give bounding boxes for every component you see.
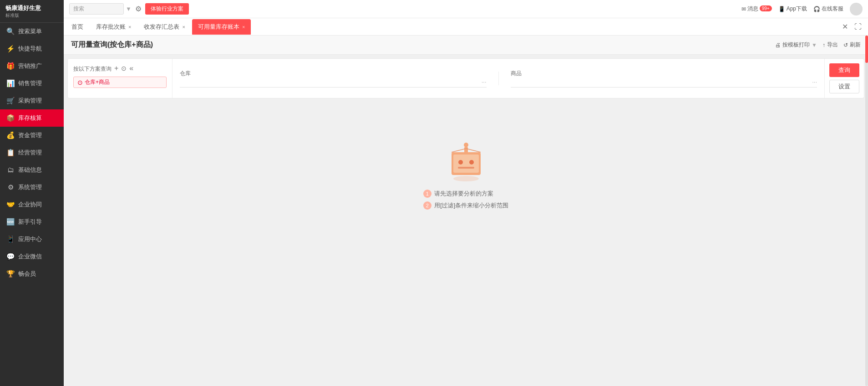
message-label: 消息 [747, 5, 758, 13]
tab-summary-close[interactable]: × [182, 24, 185, 30]
tab-bar: 首页 库存批次账 × 收发存汇总表 × 可用量库存账本 × ✕ ⛶ [64, 18, 868, 36]
tab-batch[interactable]: 库存批次账 × [90, 19, 137, 35]
export-action[interactable]: ↑ 导出 [822, 41, 838, 49]
dropdown-icon[interactable]: ▼ [126, 5, 132, 12]
sidebar-item-basic[interactable]: 🗂基础信息 [0, 161, 64, 179]
settings-button[interactable]: 设置 [829, 80, 859, 93]
page-content: 可用量查询(按仓库+商品) 🖨 按模板打印 ▼ ↑ 导出 ↺ 刷新 [64, 36, 868, 386]
message-action[interactable]: ✉ 消息 99+ [741, 5, 772, 13]
phone-icon: 📱 [778, 6, 785, 12]
maximize-tab-button[interactable]: ⛶ [853, 22, 863, 32]
sidebar-icon-operations: 📋 [6, 149, 15, 157]
sidebar-icon-marketing: 🎁 [6, 62, 15, 70]
sidebar-label-apps: 应用中心 [18, 235, 42, 243]
app-download-action[interactable]: 📱 App下载 [778, 5, 807, 13]
sidebar-label-guide: 新手引导 [18, 218, 42, 226]
sidebar-item-shortcut[interactable]: ⚡快捷导航 [0, 40, 64, 57]
sidebar-item-search[interactable]: 🔍搜索菜单 [0, 23, 64, 40]
goods-more-icon[interactable]: ··· [812, 78, 817, 85]
sidebar-icon-apps: 📱 [6, 235, 15, 243]
sidebar-icon-members: 🏆 [6, 270, 15, 278]
sidebar-label-sales: 销售管理 [18, 79, 42, 87]
sidebar-item-purchase[interactable]: 🛒采购管理 [0, 92, 64, 109]
sidebar-label-system: 系统管理 [18, 183, 42, 191]
message-icon: ✉ [741, 6, 746, 12]
goods-input[interactable] [511, 78, 811, 85]
warehouse-input-row: ··· [180, 78, 487, 87]
tab-summary[interactable]: 收发存汇总表 × [138, 19, 191, 35]
sidebar-label-inventory: 库存核算 [18, 114, 42, 122]
print-label: 按模板打印 [782, 41, 810, 49]
tab-available-close[interactable]: × [242, 24, 245, 30]
filter-container: 按以下方案查询 + ⊙ « ⊙ 仓库+商品 仓库 [67, 58, 864, 98]
tab-available[interactable]: 可用量库存账本 × [192, 19, 251, 35]
tip-num-2: 2 [423, 201, 431, 210]
warehouse-input[interactable] [180, 78, 480, 85]
user-avatar[interactable] [850, 3, 863, 15]
sidebar-label-finance: 资金管理 [18, 131, 42, 139]
industry-solution-button[interactable]: 体验行业方案 [145, 3, 189, 15]
tab-batch-close[interactable]: × [128, 24, 131, 30]
tab-bar-end: ✕ ⛶ [840, 21, 866, 32]
tab-available-label: 可用量库存账本 [198, 23, 239, 31]
refresh-action[interactable]: ↺ 刷新 [843, 41, 861, 49]
sidebar-item-cooperation[interactable]: 🤝企业协同 [0, 196, 64, 213]
sidebar-label-shortcut: 快捷导航 [18, 45, 42, 53]
svg-point-7 [464, 143, 468, 147]
customer-service-action[interactable]: 🎧 在线客服 [813, 5, 843, 13]
scheme-tag-label: 仓库+商品 [85, 78, 110, 86]
brand-name: 畅康通好生意 [5, 5, 58, 12]
print-action[interactable]: 🖨 按模板打印 ▼ [775, 41, 817, 49]
sidebar-item-inventory[interactable]: 📦库存核算 [0, 109, 64, 127]
sidebar-item-marketing[interactable]: 🎁营销推广 [0, 57, 64, 75]
tip-2-text: 用[过滤]条件来缩小分析范围 [434, 201, 508, 210]
sidebar-icon-guide: 🆕 [6, 218, 15, 226]
sidebar-item-system[interactable]: ⚙系统管理 [0, 179, 64, 196]
search-bar: 搜索 ▼ [69, 3, 132, 15]
top-actions: ✉ 消息 99+ 📱 App下载 🎧 在线客服 [741, 3, 863, 15]
scheme-tag-warehouse-goods[interactable]: ⊙ 仓库+商品 [73, 77, 167, 88]
tip-1-text: 请先选择要分析的方案 [434, 190, 493, 198]
svg-rect-5 [458, 167, 474, 169]
search-input[interactable]: 搜索 [69, 3, 124, 15]
page-title-bar: 可用量查询(按仓库+商品) 🖨 按模板打印 ▼ ↑ 导出 ↺ 刷新 [64, 36, 868, 55]
sidebar-icon-purchase: 🛒 [6, 97, 15, 105]
refresh-icon: ↺ [843, 42, 848, 48]
sidebar-item-sales[interactable]: 📊销售管理 [0, 75, 64, 92]
sidebar-item-finance[interactable]: 💰资金管理 [0, 127, 64, 144]
add-scheme-button[interactable]: + [114, 64, 118, 72]
empty-state: 1 请先选择要分析的方案 2 用[过滤]条件来缩小分析范围 [64, 102, 868, 246]
export-label: 导出 [827, 41, 838, 49]
brand-sub: 标准版 [5, 12, 58, 19]
warehouse-label: 仓库 [180, 70, 487, 77]
empty-tips: 1 请先选择要分析的方案 2 用[过滤]条件来缩小分析范围 [423, 190, 508, 210]
sidebar-item-apps[interactable]: 📱应用中心 [0, 231, 64, 248]
close-tab-button[interactable]: ✕ [840, 21, 850, 32]
settings-icon[interactable]: ⚙ [135, 5, 142, 13]
print-icon: 🖨 [775, 42, 781, 48]
collapse-button[interactable]: « [129, 64, 133, 72]
svg-line-8 [452, 149, 466, 152]
page-actions: 🖨 按模板打印 ▼ ↑ 导出 ↺ 刷新 [775, 41, 861, 49]
filter-fields-area: 仓库 ··· 商品 ··· [173, 59, 824, 98]
sidebar-label-marketing: 营销推广 [18, 62, 42, 70]
print-dropdown-icon[interactable]: ▼ [812, 42, 817, 48]
sidebar-item-guide[interactable]: 🆕新手引导 [0, 213, 64, 231]
scheme-tag-icon: ⊙ [77, 79, 83, 86]
settings-scheme-button[interactable]: ⊙ [121, 65, 127, 72]
tab-home[interactable]: 首页 [66, 19, 89, 35]
warehouse-field: 仓库 ··· [180, 70, 494, 87]
right-scrollbar[interactable] [865, 36, 868, 386]
message-badge: 99+ [760, 5, 772, 11]
sidebar-scroll: 🔍搜索菜单⚡快捷导航🎁营销推广📊销售管理🛒采购管理📦库存核算💰资金管理📋经营管理… [0, 23, 64, 386]
sidebar-label-basic: 基础信息 [18, 166, 42, 174]
headset-icon: 🎧 [813, 6, 820, 12]
sidebar-item-wechat[interactable]: 💬企业微信 [0, 248, 64, 265]
warehouse-more-icon[interactable]: ··· [482, 78, 487, 85]
sidebar-item-members[interactable]: 🏆畅会员 [0, 265, 64, 283]
customer-service-label: 在线客服 [822, 5, 843, 13]
sidebar-item-operations[interactable]: 📋经营管理 [0, 144, 64, 161]
svg-rect-2 [453, 154, 479, 173]
query-button[interactable]: 查询 [829, 63, 859, 77]
svg-point-0 [453, 176, 479, 181]
